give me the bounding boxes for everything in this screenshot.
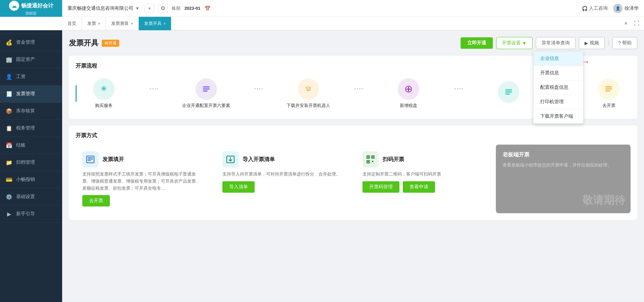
method-scan-icon xyxy=(362,151,379,167)
help-button[interactable]: ? 帮助 xyxy=(612,37,637,49)
sidebar-scroll: 📊 云报表中心 💰 资金管理 🏢 固定资产 👤 工资 🧾 发票管理 📦 库存核算… xyxy=(0,17,62,302)
guide-icon: ▶ xyxy=(5,210,13,218)
header-actions: + ⚙ 账期 2023-01 📅 xyxy=(145,4,210,13)
sidebar-item-salary[interactable]: 👤 工资 xyxy=(0,68,62,85)
video-button[interactable]: ▶ 视频 xyxy=(579,37,605,49)
sidebar-item-assets[interactable]: 🏢 固定资产 xyxy=(0,51,62,68)
flow-step-2-icon xyxy=(196,78,217,100)
method-boss-header: 老板端开票 xyxy=(503,151,624,158)
user-name: 徐泽华 xyxy=(625,5,639,11)
settings-button[interactable]: 开票设置 ▼ xyxy=(496,37,532,49)
archive-icon: 📁 xyxy=(5,159,13,166)
method-fill-btn[interactable]: 去开票 xyxy=(82,195,110,206)
method-boss-desc: 查看老板端小程序提交的开票申请，并作出相应的处理。 xyxy=(503,162,624,169)
flow-step-1-icon xyxy=(93,78,115,100)
consult-button[interactable]: 🎧 人工咨询 xyxy=(582,5,608,11)
svg-rect-9 xyxy=(505,91,512,92)
sidebar-item-label: 固定资产 xyxy=(16,56,35,63)
user-info[interactable]: 👤 徐泽华 xyxy=(613,4,639,13)
sidebar-item-invoice[interactable]: 🧾 发票管理 xyxy=(0,85,62,103)
maximize-window-button[interactable]: ⛶ xyxy=(632,19,641,28)
sidebar-item-label: 资金管理 xyxy=(16,39,35,45)
sidebar-item-guide[interactable]: ▶ 新手引导 xyxy=(0,205,62,223)
method-scan-btn1[interactable]: 开票码管理 xyxy=(362,181,399,193)
sidebar-item-expense[interactable]: 💳 小畅报销 xyxy=(0,171,62,188)
exception-button[interactable]: 异常清单查询 xyxy=(536,37,575,49)
sidebar-item-tax[interactable]: 📋 税务管理 xyxy=(0,120,62,137)
video-label: 视频 xyxy=(590,40,599,46)
method-card-fill: 发票填开 支持按照发票样式手工填开发票；可开具增值税电子普通发票、增值税普通发票… xyxy=(76,145,210,213)
flow-step-1-label: 购买服务 xyxy=(95,103,113,109)
tab-invoice[interactable]: 发票 × xyxy=(82,17,106,30)
settings-dropdown-arrow: ▼ xyxy=(522,40,527,46)
dropdown-item-invoice-info-label: 开票信息 xyxy=(540,70,559,75)
tab-invoice-open-close[interactable]: × xyxy=(164,22,166,26)
calendar-icon[interactable]: 📅 xyxy=(205,6,210,11)
tab-invoice-label: 发票 xyxy=(87,21,96,27)
dropdown-item-taxdisk-label: 配置税盘信息 xyxy=(540,84,568,90)
close-window-button[interactable]: × xyxy=(621,19,631,28)
flow-step-2-label: 企业开通配置开票六要素 xyxy=(182,103,230,109)
logo-area: ☁ 畅捷通好会计 旗舰版 xyxy=(0,0,62,17)
method-card-boss: 老板端开票 查看老板端小程序提交的开票申请，并作出相应的处理。 敬请期待 xyxy=(496,145,631,213)
consult-label: 人工咨询 xyxy=(589,5,608,11)
flow-step-3: 下载并安装开票机器人 xyxy=(287,78,330,109)
method-import-btn[interactable]: 导入清单 xyxy=(222,181,255,193)
sidebar-item-settings[interactable]: ⚙️ 基础设置 xyxy=(0,188,62,205)
flow-step-3-icon xyxy=(298,78,319,100)
sidebar-item-label: 基础设置 xyxy=(16,194,35,200)
settings-dropdown: 企业信息 → 开票信息 配置税盘信息 打印机管理 下载开票客户端 xyxy=(533,51,584,124)
svg-rect-10 xyxy=(505,93,510,95)
method-scan-btn2[interactable]: 查看申请 xyxy=(403,181,435,193)
tab-invoice-calc[interactable]: 发票测算 × xyxy=(106,17,138,30)
sidebar-item-inventory[interactable]: 📦 库存核算 xyxy=(0,103,62,120)
svg-rect-15 xyxy=(88,157,93,158)
dropdown-item-invoice-info[interactable]: 开票信息 xyxy=(533,66,583,80)
svg-rect-22 xyxy=(372,161,373,162)
add-icon[interactable]: + xyxy=(145,4,154,13)
sidebar-item-funds[interactable]: 💰 资金管理 xyxy=(0,34,62,51)
tab-home-label: 首页 xyxy=(68,21,76,27)
company-selector[interactable]: 重庆畅捷交通信息咨询有限公司 ▼ xyxy=(68,5,139,11)
help-label: 帮助 xyxy=(622,40,632,46)
connector-2 xyxy=(230,88,287,99)
sidebar-item-label: 工资 xyxy=(16,74,26,80)
method-scan-title: 扫码开票 xyxy=(383,156,404,163)
play-icon: ▶ xyxy=(585,40,588,46)
method-card-import: 导入开票清单 支持导入待开票清单，可对待开票清单进行拆分、合并处理。 导入清单 xyxy=(216,145,350,213)
tab-home[interactable]: 首页 xyxy=(62,17,82,30)
flow-step-6: 去开票 xyxy=(587,78,631,109)
svg-rect-24 xyxy=(372,156,374,158)
sidebar-item-checkout[interactable]: 📅 结账 xyxy=(0,137,62,154)
dropdown-item-download[interactable]: 下载开票客户端 xyxy=(533,109,583,123)
sidebar-item-archive[interactable]: 📁 归档管理 xyxy=(0,154,62,171)
sidebar-item-label: 结账 xyxy=(16,142,26,148)
tab-invoice-calc-label: 发票测算 xyxy=(111,21,129,27)
app-subtitle: 旗舰版 xyxy=(26,11,37,16)
sidebar-item-label: 发票管理 xyxy=(16,91,35,97)
activate-button[interactable]: 立即开通 xyxy=(461,37,493,49)
svg-point-5 xyxy=(306,87,307,88)
tab-invoice-open[interactable]: 发票开具 × xyxy=(139,17,171,30)
expense-icon: 💳 xyxy=(5,176,13,183)
tab-invoice-calc-close[interactable]: × xyxy=(131,22,133,26)
settings-icon[interactable]: ⚙ xyxy=(158,4,168,13)
method-boss-title: 老板端开票 xyxy=(503,151,529,158)
main-content: 发票开具 待开通 立即开通 开票设置 ▼ 异常清单查询 ▶ 视频 | ? 帮助 … xyxy=(62,30,644,302)
checkout-icon: 📅 xyxy=(5,142,13,149)
sidebar-item-label: 新手引导 xyxy=(16,211,35,217)
sidebar-item-label: 小畅报销 xyxy=(16,177,35,183)
flow-step-6-label: 去开票 xyxy=(602,103,615,109)
sidebar-item-label: 归档管理 xyxy=(16,159,35,165)
svg-rect-13 xyxy=(605,90,610,91)
method-card-scan: 扫码开票 支持定制开票二维码，客户端可扫码开票 开票码管理 查看申请 xyxy=(356,145,490,213)
salary-icon: 👤 xyxy=(5,73,13,80)
divider: | xyxy=(608,40,609,46)
header-right: 🎧 人工咨询 👤 徐泽华 xyxy=(582,4,639,13)
dropdown-item-taxdisk[interactable]: 配置税盘信息 xyxy=(533,80,583,95)
tab-invoice-close[interactable]: × xyxy=(98,22,100,26)
dropdown-item-printer[interactable]: 打印机管理 xyxy=(533,95,583,109)
dropdown-item-company[interactable]: 企业信息 → xyxy=(533,51,583,66)
flow-step-4-label: 新增税盘 xyxy=(400,103,417,109)
funds-icon: 💰 xyxy=(5,39,13,46)
